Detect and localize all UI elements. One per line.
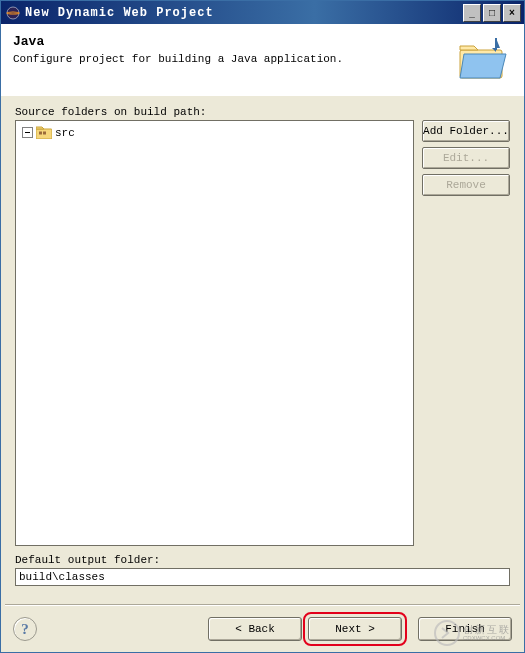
minimize-button[interactable]: _ (463, 4, 481, 22)
package-folder-icon (36, 126, 52, 139)
close-button[interactable]: × (503, 4, 521, 22)
back-button[interactable]: < Back (208, 617, 302, 641)
output-folder-input[interactable] (15, 568, 510, 586)
eclipse-icon (5, 5, 21, 21)
remove-button[interactable]: Remove (422, 174, 510, 196)
next-button[interactable]: Next > (308, 617, 402, 641)
finish-button[interactable]: Finish (418, 617, 512, 641)
maximize-button[interactable]: □ (483, 4, 501, 22)
window-title: New Dynamic Web Project (25, 6, 461, 20)
expander-icon[interactable] (22, 127, 33, 138)
tree-item[interactable]: src (22, 126, 407, 139)
svg-rect-6 (43, 132, 46, 135)
source-folders-label: Source folders on build path: (15, 106, 510, 118)
button-bar: ? < Back Next > Finish (1, 606, 524, 652)
svg-rect-5 (39, 132, 42, 135)
output-folder-label: Default output folder: (15, 554, 510, 566)
source-folders-tree[interactable]: src (15, 120, 414, 546)
side-button-group: Add Folder... Edit... Remove (422, 120, 510, 546)
help-button[interactable]: ? (13, 617, 37, 641)
tree-item-label: src (55, 127, 75, 139)
wizard-content: Source folders on build path: src (1, 96, 524, 604)
page-title: Java (13, 34, 454, 49)
titlebar[interactable]: New Dynamic Web Project _ □ × (1, 1, 524, 24)
svg-rect-3 (495, 38, 497, 50)
svg-point-0 (7, 7, 19, 19)
wizard-folder-icon (454, 34, 514, 84)
wizard-window: New Dynamic Web Project _ □ × Java Confi… (0, 0, 525, 653)
add-folder-button[interactable]: Add Folder... (422, 120, 510, 142)
page-description: Configure project for building a Java ap… (13, 53, 454, 65)
edit-button[interactable]: Edit... (422, 147, 510, 169)
wizard-header: Java Configure project for building a Ja… (1, 24, 524, 96)
